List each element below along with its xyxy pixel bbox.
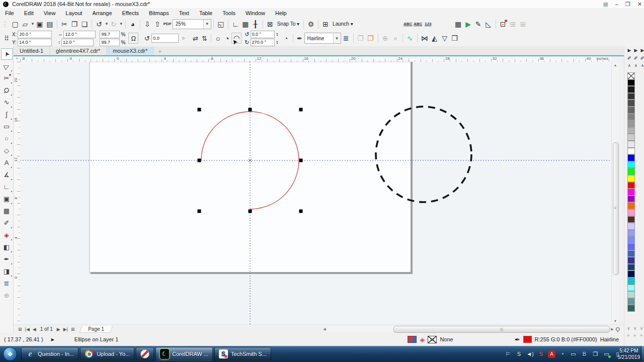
palette-expand-icon[interactable]: » <box>627 333 629 338</box>
minimize-button[interactable]: – <box>615 1 618 7</box>
add-preset-icon[interactable]: ⊕ <box>380 33 390 44</box>
more-options-icon[interactable]: » <box>390 33 400 44</box>
smooth-curve-icon[interactable]: ∿ <box>405 33 415 44</box>
scroll-right-icon[interactable]: ▶ <box>609 326 616 332</box>
taskbar-chrome[interactable]: Upload - Yo... <box>80 347 134 361</box>
object-height-field[interactable] <box>61 39 94 46</box>
color-swatch[interactable] <box>627 270 635 278</box>
status-expand-icon[interactable]: ▶ <box>51 337 54 342</box>
menu-arrange[interactable]: Arrange <box>87 9 117 17</box>
macro-step-icon[interactable]: ⊞ <box>508 19 518 29</box>
color-swatch[interactable] <box>627 257 635 264</box>
pick-tool[interactable]: ➤ <box>1 48 13 60</box>
proof-numbers-icon[interactable]: ABC <box>403 19 413 29</box>
eyedropper-tool[interactable]: ✐ <box>1 217 13 229</box>
show-grid-icon[interactable]: ▦ <box>240 19 251 29</box>
menu-effects[interactable]: Effects <box>117 9 144 17</box>
lock-ratio-icon[interactable]: Ω <box>128 33 138 44</box>
freehand-tool[interactable]: ∿ <box>1 97 13 108</box>
toolbar-drag-handle[interactable]: ⋮ <box>0 19 10 29</box>
paste-icon[interactable]: ❏ <box>79 19 90 29</box>
action-center-icon[interactable]: ⚐ <box>504 350 512 358</box>
undo-icon[interactable]: ↺ <box>94 19 104 29</box>
scroll-down-icon[interactable]: ▼ <box>612 318 619 324</box>
scroll-up-icon[interactable]: ▲ <box>612 62 619 68</box>
spinner-icon[interactable]: ▲▼ <box>276 40 279 44</box>
palette-flyout-icon[interactable]: ▶ <box>626 48 632 53</box>
color-swatch[interactable] <box>627 107 635 114</box>
export-icon[interactable]: ⇧ <box>152 19 163 29</box>
taskbar-techsmith[interactable]: STechSmith S... <box>214 347 271 361</box>
menu-tools[interactable]: Tools <box>217 9 240 17</box>
mirror-horizontal-icon[interactable]: ⇄ <box>191 33 200 43</box>
palette-eyedropper-icon[interactable]: ✐ <box>626 55 632 61</box>
sync-tray-icon[interactable]: ◔ <box>558 350 567 358</box>
horizontal-scrollbar[interactable]: ◀ ||| ▶ <box>328 326 610 332</box>
run-macro-icon[interactable]: ▶ <box>463 19 473 29</box>
selection-handle[interactable] <box>299 159 303 162</box>
menu-view[interactable]: View <box>39 9 61 17</box>
zoom-level-select[interactable]: 25%▼ <box>173 19 211 29</box>
palette-eyedropper-icon[interactable]: ✐ <box>639 55 644 61</box>
color-swatch[interactable] <box>627 168 635 175</box>
first-page-icon[interactable]: |◀ <box>24 327 31 332</box>
no-color-swatch[interactable] <box>627 72 635 79</box>
chevron-down-icon[interactable]: ∨ <box>633 326 637 331</box>
color-swatch[interactable] <box>627 223 635 230</box>
snap-off-icon[interactable]: ⊠ <box>265 19 275 29</box>
ellipse-mode-button[interactable]: ○ <box>213 33 222 43</box>
customize-toolbox[interactable]: ⊕ <box>1 290 13 301</box>
color-swatch[interactable] <box>627 285 635 292</box>
add-page-icon[interactable]: ⊞ <box>17 327 24 332</box>
menu-help[interactable]: Help <box>270 9 292 17</box>
chevron-down-icon[interactable]: ∨ <box>640 326 643 331</box>
color-swatch[interactable] <box>627 127 635 134</box>
smart-fill-tool[interactable]: ◧ <box>1 241 13 253</box>
new-document-icon[interactable]: ▢ <box>10 19 20 29</box>
color-swatch[interactable] <box>627 291 635 298</box>
scroll-left-icon[interactable]: ◀ <box>321 326 328 332</box>
selection-handle[interactable] <box>198 210 201 213</box>
vertical-scroll-thumb[interactable] <box>613 142 619 275</box>
color-swatch[interactable] <box>627 202 635 209</box>
add-page-icon-2[interactable]: ⊞ <box>69 327 76 332</box>
snagit-tray-icon[interactable]: S <box>537 350 545 358</box>
publish-pdf-icon[interactable]: PDF <box>163 19 173 29</box>
color-swatch[interactable] <box>627 141 635 148</box>
chevron-up-icon[interactable]: ∧ <box>626 63 632 68</box>
spell-check-icon[interactable]: ABC <box>413 19 423 29</box>
transparency-tool[interactable]: ▦ <box>1 205 13 217</box>
color-swatch[interactable] <box>627 196 635 203</box>
scale-width-field[interactable] <box>100 31 120 38</box>
color-swatch[interactable] <box>627 189 635 196</box>
new-tab-button[interactable]: + <box>154 48 166 55</box>
color-swatch[interactable] <box>627 243 635 250</box>
color-swatch[interactable] <box>627 250 635 257</box>
taskbar-tool[interactable] <box>136 347 154 361</box>
color-swatch[interactable] <box>627 134 635 141</box>
document-tab[interactable]: glenntree4X7.cdr* <box>50 47 107 55</box>
menu-edit[interactable]: Edit <box>19 9 39 17</box>
taskbar-coreldraw[interactable]: ☾CorelDRAW ... <box>155 347 213 361</box>
cut-icon[interactable]: ✂ <box>59 19 69 29</box>
full-screen-preview-icon[interactable]: ◱ <box>216 19 226 29</box>
wrap-paragraph-text-icon[interactable]: ≣ <box>341 33 351 44</box>
shield-icon[interactable]: ▽ <box>440 33 450 44</box>
mirror-vertical-icon[interactable]: ⇅ <box>200 33 209 43</box>
snap-to-dropdown[interactable]: Snap To ▾ <box>277 21 299 27</box>
text-tool[interactable]: A <box>1 157 13 168</box>
document-tab[interactable]: Untitled-1 <box>14 47 50 55</box>
palette-eyedropper-icon[interactable]: ✐ <box>633 55 639 61</box>
color-swatch[interactable] <box>627 305 635 312</box>
color-swatch[interactable] <box>627 161 635 168</box>
page-tab[interactable]: Page 1 <box>79 326 112 333</box>
zoom-tool[interactable]: Ϙ <box>1 84 13 96</box>
next-page-icon[interactable]: ▶ <box>55 327 62 332</box>
color-swatch[interactable] <box>627 120 635 127</box>
selection-handle[interactable] <box>299 210 303 213</box>
macro-pause-icon[interactable]: ⊞ <box>518 19 528 29</box>
menu-window[interactable]: Window <box>240 9 270 17</box>
color-swatch[interactable] <box>627 230 635 237</box>
color-swatch[interactable] <box>627 79 635 86</box>
palette-flyout-icon[interactable]: ▶ <box>639 48 644 53</box>
